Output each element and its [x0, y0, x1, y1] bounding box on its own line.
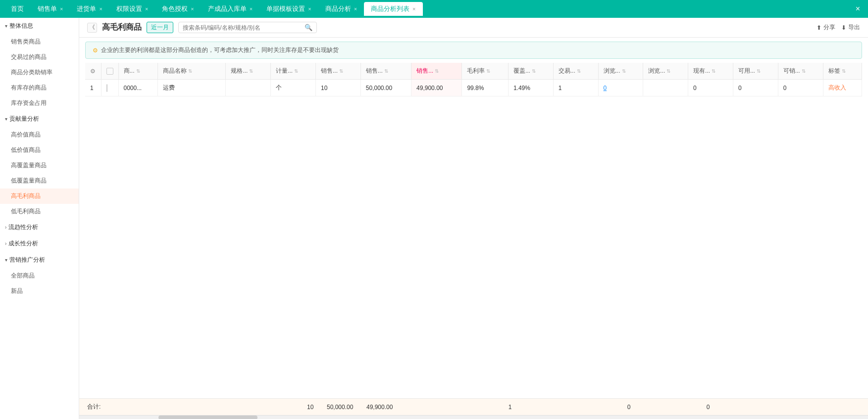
sidebar-item-low-profit[interactable]: 低毛利商品 [0, 204, 79, 219]
sidebar-item-new-goods[interactable]: 新品 [0, 283, 79, 299]
tab-close-sales[interactable]: × [60, 6, 63, 12]
sort-icon-trade[interactable]: ⇅ [577, 68, 581, 74]
scrollbar-thumb[interactable] [158, 416, 257, 419]
row-spec [226, 80, 271, 96]
tab-close-role[interactable]: × [191, 6, 194, 12]
footer-trade: 1 [477, 404, 516, 411]
sidebar-item-traded-goods[interactable]: 交易过的商品 [0, 49, 79, 65]
col-code[interactable]: 商...⇅ [118, 63, 157, 80]
tab-bar: 首页 销售单 × 进货单 × 权限设置 × 角色授权 × 产成品入库单 × 单据… [0, 0, 868, 18]
row-sales-count: 10 [315, 80, 360, 96]
row-tag: 高收入 [823, 80, 862, 96]
info-banner: ⚙ 企业的主要的利润都是这部分商品创造的，可考虑加大推广，同时关注库存是不要出现… [85, 42, 862, 59]
row-checkbox[interactable] [101, 80, 118, 96]
export-button[interactable]: ⬇ 导出 [841, 23, 860, 32]
sidebar-collapse-button[interactable]: 《 [87, 23, 97, 33]
sidebar-item-sales-goods[interactable]: 销售类商品 [0, 34, 79, 49]
tab-permission[interactable]: 权限设置 × [109, 2, 155, 16]
sidebar-group-marketing[interactable]: ▾ 营销推广分析 [0, 252, 79, 268]
search-input[interactable] [183, 24, 303, 31]
col-tag[interactable]: 标签⇅ [823, 63, 862, 80]
col-stock-current[interactable]: 现有...⇅ [688, 63, 733, 80]
tab-product-inbound[interactable]: 产成品入库单 × [201, 2, 259, 16]
col-profit-rate[interactable]: 毛利率⇅ [462, 63, 509, 80]
row-sales-amount: 50,000.00 [360, 80, 411, 96]
col-name[interactable]: 商品名称⇅ [157, 63, 226, 80]
col-settings[interactable]: ⚙ [85, 63, 101, 80]
tab-close-analysis-list[interactable]: × [412, 6, 415, 12]
arrow-icon-2: ▾ [5, 116, 7, 122]
select-all-checkbox[interactable] [106, 68, 113, 75]
data-table: ⚙ 商...⇅ 商品名称⇅ 规格...⇅ 计量...⇅ 销售...⇅ 销售...… [85, 63, 862, 96]
col-checkbox[interactable] [101, 63, 118, 80]
sort-icon-stock-available[interactable]: ⇅ [757, 68, 761, 74]
settings-icon[interactable]: ⚙ [90, 68, 96, 75]
share-button[interactable]: ⬆ 分享 [817, 23, 835, 32]
row-index: 1 [85, 80, 101, 96]
sidebar: ▾ 整体信息 销售类商品 交易过的商品 商品分类助销率 有库存的商品 库存资金占… [0, 18, 79, 419]
col-coverage[interactable]: 覆盖...⇅ [508, 63, 553, 80]
footer-sales-amount: 50,000.00 [318, 404, 358, 411]
sidebar-group-contribution[interactable]: ▾ 贡献量分析 [0, 111, 79, 127]
tab-close-permission[interactable]: × [145, 6, 148, 12]
sidebar-item-stock-capital[interactable]: 库存资金占用 [0, 95, 79, 111]
row-view1[interactable]: 0 [598, 80, 643, 96]
sidebar-item-category-rate[interactable]: 商品分类助销率 [0, 65, 79, 80]
search-icon[interactable]: 🔍 [305, 24, 312, 31]
sort-icon-profit-rate[interactable]: ⇅ [486, 68, 490, 74]
period-button[interactable]: 近一月 [147, 22, 173, 33]
col-spec[interactable]: 规格...⇅ [226, 63, 271, 80]
sort-icon-stock-current[interactable]: ⇅ [712, 68, 715, 74]
sidebar-item-high-coverage[interactable]: 高覆盖量商品 [0, 158, 79, 173]
sort-icon-stock-sellable[interactable]: ⇅ [802, 68, 806, 74]
col-trade[interactable]: 交易...⇅ [553, 63, 598, 80]
sort-icon-coverage[interactable]: ⇅ [532, 68, 536, 74]
sort-icon-sales-amount[interactable]: ⇅ [384, 68, 388, 74]
row-stock-current: 0 [688, 80, 733, 96]
tab-home[interactable]: 首页 [4, 2, 31, 16]
col-view2[interactable]: 浏览...⇅ [643, 63, 688, 80]
sidebar-group-trend[interactable]: › 流趋性分析 [0, 219, 79, 235]
table-row: 1 0000... 运费 个 10 50,000.00 49,900.00 99… [85, 80, 862, 96]
tab-analysis[interactable]: 商品分析 × [318, 2, 364, 16]
sidebar-group-growth[interactable]: › 成长性分析 [0, 235, 79, 252]
footer-sales-profit: 49,900.00 [358, 404, 398, 411]
sidebar-group-overview[interactable]: ▾ 整体信息 [0, 18, 79, 34]
tab-close-product-inbound[interactable]: × [250, 6, 253, 12]
col-stock-sellable[interactable]: 可销...⇅ [778, 63, 823, 80]
tab-analysis-list[interactable]: 商品分析列表 × [364, 2, 422, 16]
tab-close-purchase[interactable]: × [99, 6, 102, 12]
sort-icon-tag[interactable]: ⇅ [842, 68, 846, 74]
sort-icon-sales-profit[interactable]: ⇅ [435, 68, 439, 74]
content-area: 《 高毛利商品 近一月 🔍 ⬆ 分享 ⬇ 导出 ⚙ 企业的主要的利润都是这部 [79, 18, 868, 419]
row-profit-rate: 99.8% [462, 80, 509, 96]
sidebar-item-in-stock[interactable]: 有库存的商品 [0, 80, 79, 95]
tab-close-template[interactable]: × [308, 6, 311, 12]
sidebar-item-all-goods[interactable]: 全部商品 [0, 268, 79, 283]
col-view1[interactable]: 浏览...⇅ [598, 63, 643, 80]
sort-icon[interactable]: ⇅ [136, 68, 140, 74]
sort-icon-sales-count[interactable]: ⇅ [339, 68, 343, 74]
col-unit[interactable]: 计量...⇅ [271, 63, 316, 80]
sidebar-item-low-value[interactable]: 低价值商品 [0, 142, 79, 158]
col-sales-profit[interactable]: 销售...⇅ [411, 63, 462, 80]
col-sales-count[interactable]: 销售...⇅ [315, 63, 360, 80]
horizontal-scrollbar[interactable] [79, 415, 868, 419]
page-title: 高毛利商品 [102, 22, 142, 33]
sort-icon-view2[interactable]: ⇅ [666, 68, 670, 74]
tab-template[interactable]: 单据模板设置 × [259, 2, 318, 16]
sidebar-item-high-profit[interactable]: 高毛利商品 [0, 188, 79, 204]
window-close-button[interactable]: × [852, 4, 864, 13]
tab-sales[interactable]: 销售单 × [31, 2, 70, 16]
sort-icon-name[interactable]: ⇅ [188, 68, 192, 74]
sidebar-item-high-value[interactable]: 高价值商品 [0, 127, 79, 142]
tab-close-analysis[interactable]: × [354, 6, 357, 12]
sort-icon-view1[interactable]: ⇅ [622, 68, 626, 74]
tab-purchase[interactable]: 进货单 × [70, 2, 109, 16]
sidebar-item-low-coverage[interactable]: 低覆盖量商品 [0, 173, 79, 188]
tab-role[interactable]: 角色授权 × [155, 2, 201, 16]
col-sales-amount[interactable]: 销售...⇅ [360, 63, 411, 80]
sort-icon-spec[interactable]: ⇅ [249, 68, 253, 74]
sort-icon-unit[interactable]: ⇅ [294, 68, 298, 74]
col-stock-available[interactable]: 可用...⇅ [733, 63, 778, 80]
